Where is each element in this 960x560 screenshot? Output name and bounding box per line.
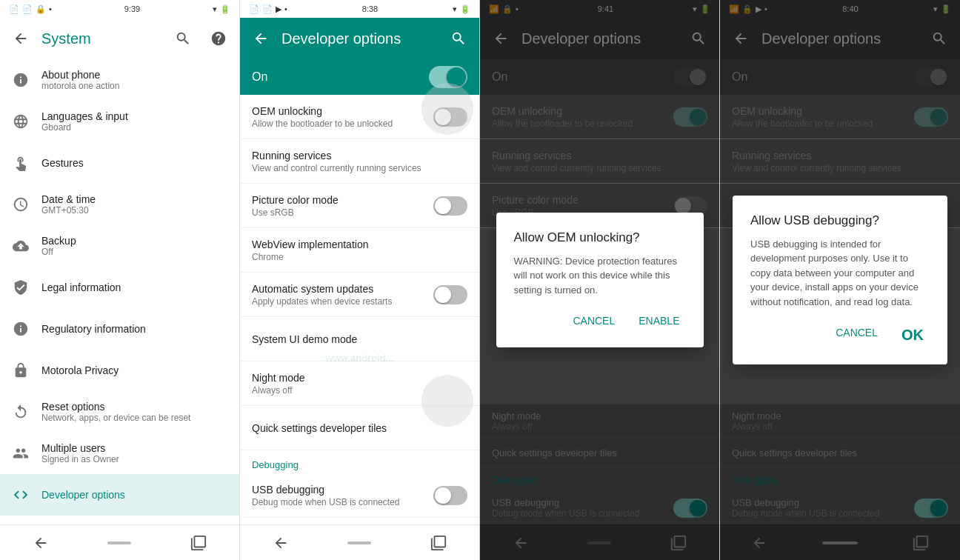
oem-unlock-title: OEM unlocking bbox=[252, 105, 433, 117]
oem-dialog-overlay: Allow OEM unlocking? WARNING: Device pro… bbox=[480, 0, 719, 560]
reset-title: Reset options bbox=[41, 401, 190, 413]
wifi-icon-1: ▾ bbox=[213, 4, 217, 14]
users-sub: Signed in as Owner bbox=[41, 454, 119, 464]
nav-recents-1[interactable] bbox=[184, 528, 213, 558]
bottom-nav-2 bbox=[240, 524, 479, 560]
usb-debug-dialog: Allow USB debugging? USB debugging is in… bbox=[733, 196, 947, 365]
menu-datetime[interactable]: Date & time GMT+05:30 bbox=[0, 184, 239, 225]
running-services-item[interactable]: Running services View and control curren… bbox=[240, 139, 479, 184]
file-icon: 📄 bbox=[9, 4, 19, 14]
notif-icons-2: 📄 📄 ▶ • bbox=[249, 4, 287, 14]
file2-icon-2: 📄 bbox=[262, 4, 273, 14]
dev-title-2: Developer options bbox=[281, 30, 438, 47]
picture-color-item[interactable]: Picture color mode Use sRGB bbox=[240, 184, 479, 228]
menu-backup[interactable]: Backup Off bbox=[0, 225, 239, 267]
auto-update-sub: Apply updates when device restarts bbox=[252, 296, 433, 307]
backup-sub: Off bbox=[41, 247, 76, 257]
back-button-1[interactable] bbox=[6, 24, 36, 53]
wifi-icon-2: ▾ bbox=[453, 4, 457, 14]
file2-icon: 📄 bbox=[22, 4, 33, 14]
menu-motorola-privacy[interactable]: Motorola Privacy bbox=[0, 350, 239, 391]
menu-multiple-users[interactable]: Multiple users Signed in as Owner bbox=[0, 433, 239, 474]
dev-scroll-2: OEM unlocking Allow the bootloader to be… bbox=[240, 95, 479, 524]
nav-home-2[interactable] bbox=[347, 541, 371, 544]
status-bar-2: 📄 📄 ▶ • 8:38 ▾ 🔋 bbox=[240, 0, 479, 18]
system-title: System bbox=[41, 30, 162, 47]
usb-cancel-button[interactable]: Cancel bbox=[830, 324, 884, 347]
auto-update-toggle[interactable] bbox=[433, 285, 467, 304]
nav-back-1[interactable] bbox=[26, 528, 56, 558]
status-bar-1: 📄 📄 🔒 • 9:39 ▾ 🔋 bbox=[0, 0, 239, 18]
system-ui-title: System UI demo mode bbox=[252, 333, 467, 345]
usb-debug-item[interactable]: USB debugging Debug mode when USB is con… bbox=[240, 473, 479, 518]
auto-update-item[interactable]: Automatic system updates Apply updates w… bbox=[240, 273, 479, 317]
oem-enable-button[interactable]: Enable bbox=[633, 312, 685, 330]
play-icon-2: ▶ bbox=[276, 4, 281, 14]
usb-dialog-body: USB debugging is intended for developmen… bbox=[750, 237, 930, 310]
legal-title: Legal information bbox=[41, 281, 121, 293]
running-services-title: Running services bbox=[252, 150, 467, 161]
help-button-1[interactable] bbox=[204, 24, 233, 53]
picture-color-toggle[interactable] bbox=[433, 196, 467, 216]
menu-reset[interactable]: Reset options Network, apps, or device c… bbox=[0, 391, 239, 433]
file-icon-2: 📄 bbox=[249, 4, 259, 14]
oem-unlock-sub: Allow the bootloader to be unlocked bbox=[252, 119, 433, 129]
languages-sub: Gboard bbox=[41, 122, 128, 133]
menu-system-updates[interactable]: System updates Updated to Android 9 bbox=[0, 516, 239, 524]
datetime-title: Date & time bbox=[41, 193, 96, 205]
running-services-sub: View and control currently running servi… bbox=[252, 163, 467, 173]
system-topbar: System bbox=[0, 18, 239, 59]
webview-sub: Chrome bbox=[252, 252, 467, 262]
about-sub: motorola one action bbox=[41, 81, 119, 91]
about-icon bbox=[12, 71, 30, 89]
picture-color-title: Picture color mode bbox=[252, 194, 433, 206]
usb-dialog-overlay: Allow USB debugging? USB debugging is in… bbox=[720, 0, 960, 560]
toggle-circle-oem bbox=[421, 83, 473, 135]
search-button-2[interactable] bbox=[444, 24, 473, 53]
oem-dialog-actions: Cancel Enable bbox=[514, 312, 686, 330]
users-title: Multiple users bbox=[41, 442, 119, 454]
dot-icon-2: • bbox=[284, 4, 287, 13]
battery-icon-1: 🔋 bbox=[220, 4, 230, 14]
auto-update-title: Automatic system updates bbox=[252, 283, 433, 295]
nav-recents-2[interactable] bbox=[424, 528, 453, 558]
usb-debug-sub: Debug mode when USB is connected bbox=[252, 497, 433, 507]
about-title: About phone bbox=[41, 69, 119, 81]
time-1: 9:39 bbox=[124, 4, 140, 13]
nav-back-2[interactable] bbox=[266, 528, 296, 558]
menu-developer[interactable]: Developer options bbox=[0, 474, 239, 516]
system-icons-1: ▾ 🔋 bbox=[213, 4, 230, 14]
search-button-1[interactable] bbox=[168, 24, 198, 53]
oem-dialog-body: WARNING: Device protection features will… bbox=[514, 254, 686, 298]
sys-icons-2: ▾ 🔋 bbox=[453, 4, 470, 14]
webview-title: WebView implementation bbox=[252, 239, 467, 250]
menu-legal[interactable]: Legal information bbox=[0, 267, 239, 308]
menu-regulatory[interactable]: Regulatory information bbox=[0, 308, 239, 350]
time-2: 8:38 bbox=[362, 4, 378, 13]
backup-icon bbox=[12, 237, 30, 255]
system-ui-item[interactable]: System UI demo mode bbox=[240, 317, 479, 361]
system-menu-list: About phone motorola one action Language… bbox=[0, 59, 239, 524]
usb-dialog-actions: Cancel OK bbox=[750, 324, 930, 347]
menu-about-phone[interactable]: About phone motorola one action bbox=[0, 59, 239, 101]
nav-home-1[interactable] bbox=[107, 541, 131, 544]
reset-icon bbox=[12, 403, 30, 421]
system-settings-panel: 📄 📄 🔒 • 9:39 ▾ 🔋 System About bbox=[0, 0, 240, 560]
developer-options-panel: 📄 📄 ▶ • 8:38 ▾ 🔋 Developer options On bbox=[240, 0, 480, 560]
webview-item[interactable]: WebView implementation Chrome bbox=[240, 228, 479, 273]
menu-gestures[interactable]: Gestures bbox=[0, 142, 239, 184]
developer-icon bbox=[12, 486, 30, 504]
usb-dialog-title: Allow USB debugging? bbox=[750, 213, 930, 228]
legal-icon bbox=[12, 279, 30, 296]
regulatory-title: Regulatory information bbox=[41, 323, 146, 335]
menu-languages[interactable]: Languages & input Gboard bbox=[0, 101, 239, 142]
bottom-nav-1 bbox=[0, 524, 239, 560]
revoke-usb-item[interactable]: Revoke USB debugging authorizations bbox=[240, 518, 479, 524]
usb-debug-title: USB debugging bbox=[252, 484, 433, 496]
oem-cancel-button[interactable]: Cancel bbox=[567, 312, 621, 330]
gestures-icon bbox=[12, 154, 30, 172]
usb-debug-toggle[interactable] bbox=[433, 486, 467, 505]
back-button-2[interactable] bbox=[246, 24, 276, 53]
usb-ok-button[interactable]: OK bbox=[896, 324, 930, 347]
oem-unlock-dialog: Allow OEM unlocking? WARNING: Device pro… bbox=[496, 213, 704, 348]
